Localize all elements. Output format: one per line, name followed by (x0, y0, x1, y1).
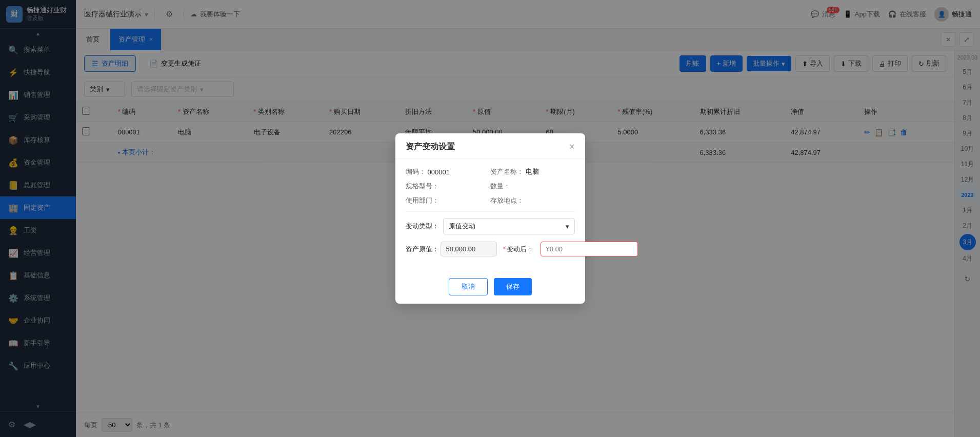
modal-asset-name-value: 电脑 (526, 167, 539, 176)
modal-row-spec-quantity: 规格型号： 数量： (406, 182, 575, 191)
cancel-button[interactable]: 取消 (449, 278, 488, 295)
modal-change-type-value: 原值变动 (449, 222, 475, 231)
modal-close-button[interactable]: × (569, 142, 575, 152)
asset-change-modal: 资产变动设置 × 编码： 000001 资产名称： 电脑 规格型号： (395, 133, 585, 304)
modal-change-type-select[interactable]: 原值变动 ▾ (443, 218, 575, 234)
change-type-dropdown-icon: ▾ (566, 223, 569, 230)
modal-location-item: 存放地点： (490, 196, 575, 205)
modal-department-item: 使用部门： (406, 196, 490, 205)
modal-quantity-item: 数量： (490, 182, 575, 191)
modal-change-type-row: 变动类型： 原值变动 ▾ (406, 218, 575, 234)
modal-footer: 取消 保存 (395, 272, 585, 304)
modal-spec-item: 规格型号： (406, 182, 490, 191)
modal-change-type-label: 变动类型： (406, 222, 439, 231)
modal-divider (406, 211, 575, 212)
modal-original-value-row: 资产原值： * 变动后： (406, 242, 575, 256)
modal-code-item: 编码： 000001 (406, 167, 490, 176)
required-mark: * (503, 245, 506, 253)
modal-code-label: 编码： (406, 167, 426, 176)
modal-title: 资产变动设置 (406, 142, 455, 152)
modal-department-label: 使用部门： (406, 196, 439, 205)
modal-after-change-label: 变动后： (507, 245, 537, 254)
modal-after-change-input[interactable] (541, 242, 638, 256)
modal-overlay: 资产变动设置 × 编码： 000001 资产名称： 电脑 规格型号： (0, 0, 980, 437)
modal-header: 资产变动设置 × (395, 133, 585, 159)
modal-row-dept-location: 使用部门： 存放地点： (406, 196, 575, 205)
modal-body: 编码： 000001 资产名称： 电脑 规格型号： 数量： (395, 159, 585, 272)
modal-location-label: 存放地点： (490, 196, 524, 205)
modal-quantity-label: 数量： (490, 182, 510, 191)
save-button[interactable]: 保存 (494, 278, 532, 295)
modal-row-code-name: 编码： 000001 资产名称： 电脑 (406, 167, 575, 176)
modal-asset-name-label: 资产名称： (490, 167, 524, 176)
modal-code-value: 000001 (428, 168, 450, 176)
modal-original-value-input[interactable] (441, 242, 497, 256)
modal-original-value-label: 资产原值： (406, 245, 436, 254)
modal-spec-label: 规格型号： (406, 182, 439, 191)
modal-asset-name-item: 资产名称： 电脑 (490, 167, 575, 176)
